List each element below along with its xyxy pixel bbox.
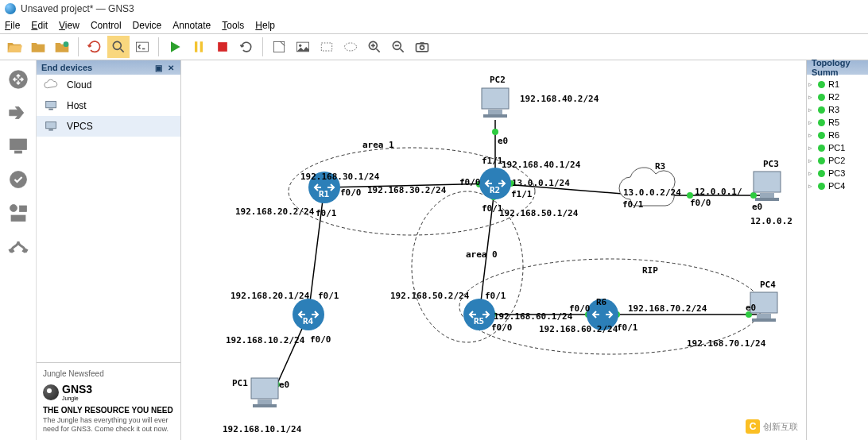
menu-tools[interactable]: Tools bbox=[222, 20, 244, 31]
zoom-fit-button[interactable] bbox=[107, 36, 130, 58]
main-toolbar bbox=[0, 33, 868, 60]
routers-dock-icon[interactable] bbox=[4, 65, 33, 94]
svg-rect-6 bbox=[273, 41, 284, 52]
host-icon bbox=[43, 99, 60, 112]
svg-rect-3 bbox=[195, 41, 197, 52]
menu-view[interactable]: View bbox=[59, 20, 79, 31]
svg-point-16 bbox=[9, 71, 27, 89]
svg-point-39 bbox=[492, 129, 498, 135]
svg-rect-23 bbox=[46, 102, 56, 108]
device-vpcs[interactable]: VPCS bbox=[37, 116, 180, 137]
menu-annotate[interactable]: Annotate bbox=[172, 20, 211, 31]
svg-rect-25 bbox=[46, 122, 56, 129]
svg-rect-15 bbox=[420, 42, 424, 44]
topology-item[interactable]: ▹R1 bbox=[808, 78, 866, 91]
zoom-out-button[interactable] bbox=[387, 36, 409, 58]
svg-rect-24 bbox=[48, 109, 53, 110]
pc-PC3 bbox=[754, 172, 781, 201]
svg-rect-2 bbox=[137, 42, 149, 52]
devices-panel-header: End devices ▣ ✕ bbox=[37, 60, 180, 75]
link-dock-icon[interactable] bbox=[4, 232, 33, 261]
switches-dock-icon[interactable] bbox=[4, 98, 33, 127]
svg-rect-9 bbox=[321, 43, 331, 51]
app-icon bbox=[5, 3, 16, 14]
pc-PC1 bbox=[251, 378, 278, 407]
topology-item[interactable]: ▹PC1 bbox=[808, 141, 866, 154]
annotate-text-button[interactable] bbox=[268, 36, 290, 58]
svg-point-1 bbox=[113, 41, 121, 49]
svg-rect-4 bbox=[200, 41, 203, 52]
menu-edit[interactable]: Edit bbox=[31, 20, 48, 31]
status-dot-icon bbox=[818, 94, 825, 101]
svg-rect-62 bbox=[754, 172, 781, 192]
status-dot-icon bbox=[818, 132, 825, 139]
panel-dock-controls[interactable]: ▣ ✕ bbox=[155, 64, 176, 72]
status-dot-icon bbox=[818, 106, 825, 114]
start-all-button[interactable] bbox=[164, 36, 186, 58]
device-label: Cloud bbox=[67, 79, 91, 91]
topology-item[interactable]: ▹R2 bbox=[808, 91, 866, 103]
save-project-button[interactable] bbox=[51, 36, 73, 58]
topology-item[interactable]: ▹PC3 bbox=[808, 167, 866, 179]
device-cloud[interactable]: Cloud bbox=[37, 75, 180, 95]
topology-summary-header: Topology Summ bbox=[807, 60, 868, 75]
topology-item[interactable]: ▹R5 bbox=[808, 116, 866, 129]
svg-rect-69 bbox=[258, 399, 272, 404]
menu-help[interactable]: Help bbox=[255, 20, 275, 31]
topology-item[interactable]: ▹R3 bbox=[808, 103, 866, 116]
all-devices-dock-icon[interactable] bbox=[4, 199, 33, 227]
workspace: End devices ▣ ✕ Cloud Host VPCS Jungle N… bbox=[0, 60, 868, 440]
open-folder-button[interactable] bbox=[27, 36, 49, 58]
svg-rect-13 bbox=[417, 44, 428, 52]
svg-rect-60 bbox=[488, 110, 502, 114]
status-dot-icon bbox=[818, 81, 825, 88]
svg-rect-22 bbox=[11, 215, 25, 222]
area0-label: area 0 bbox=[466, 249, 498, 260]
topology-item[interactable]: ▹PC2 bbox=[808, 154, 866, 167]
stop-all-button[interactable] bbox=[211, 36, 234, 58]
menu-bar: File Edit View Control Device Annotate T… bbox=[0, 17, 868, 33]
menu-control[interactable]: Control bbox=[91, 20, 122, 31]
svg-rect-18 bbox=[14, 151, 21, 153]
toolbar-separator bbox=[78, 37, 79, 56]
open-project-button[interactable] bbox=[3, 36, 25, 58]
console-button[interactable] bbox=[131, 36, 153, 58]
area1-label: area 1 bbox=[362, 140, 394, 150]
svg-rect-59 bbox=[482, 88, 509, 109]
restart-all-button[interactable] bbox=[235, 36, 258, 58]
menu-file[interactable]: File bbox=[5, 20, 20, 31]
pause-all-button[interactable] bbox=[188, 36, 210, 58]
svg-point-20 bbox=[10, 205, 17, 212]
newsfeed-body: The Jungle has everything you will ever … bbox=[43, 416, 174, 434]
device-list: Cloud Host VPCS bbox=[37, 75, 180, 137]
device-dock bbox=[0, 60, 37, 440]
devices-panel: End devices ▣ ✕ Cloud Host VPCS Jungle N… bbox=[37, 60, 181, 440]
svg-point-10 bbox=[345, 43, 357, 51]
reload-button[interactable] bbox=[83, 36, 106, 58]
watermark-icon bbox=[746, 419, 760, 434]
svg-rect-26 bbox=[48, 129, 53, 131]
topology-canvas[interactable]: area 1 area 0 RIP R1 R2 R3 R4 R5 R6 PC2 … bbox=[181, 60, 806, 440]
svg-rect-70 bbox=[253, 404, 277, 407]
insert-image-button[interactable] bbox=[292, 36, 314, 58]
end-devices-dock-icon[interactable] bbox=[4, 132, 33, 160]
newsfeed-headline: THE ONLY RESOURCE YOU NEED bbox=[43, 406, 174, 415]
svg-point-14 bbox=[420, 45, 424, 49]
watermark-text: 创新互联 bbox=[763, 421, 798, 433]
newsfeed-logo: GNS3Jungle bbox=[43, 383, 174, 401]
devices-panel-title: End devices bbox=[41, 63, 92, 72]
toolbar-separator bbox=[262, 37, 263, 56]
security-dock-icon[interactable] bbox=[4, 165, 33, 194]
topology-item[interactable]: ▹PC4 bbox=[808, 179, 866, 192]
draw-ellipse-button[interactable] bbox=[339, 36, 362, 58]
newsfeed-panel: Jungle Newsfeed GNS3Jungle THE ONLY RESO… bbox=[37, 362, 180, 440]
device-label: VPCS bbox=[67, 121, 93, 132]
device-host[interactable]: Host bbox=[37, 95, 180, 116]
zoom-in-button[interactable] bbox=[363, 36, 386, 58]
draw-rect-button[interactable] bbox=[316, 36, 338, 58]
vpcs-icon bbox=[43, 120, 60, 133]
menu-device[interactable]: Device bbox=[133, 20, 162, 31]
watermark: 创新互联 bbox=[742, 418, 801, 435]
screenshot-button[interactable] bbox=[411, 36, 433, 58]
topology-item[interactable]: ▹R6 bbox=[808, 129, 866, 141]
